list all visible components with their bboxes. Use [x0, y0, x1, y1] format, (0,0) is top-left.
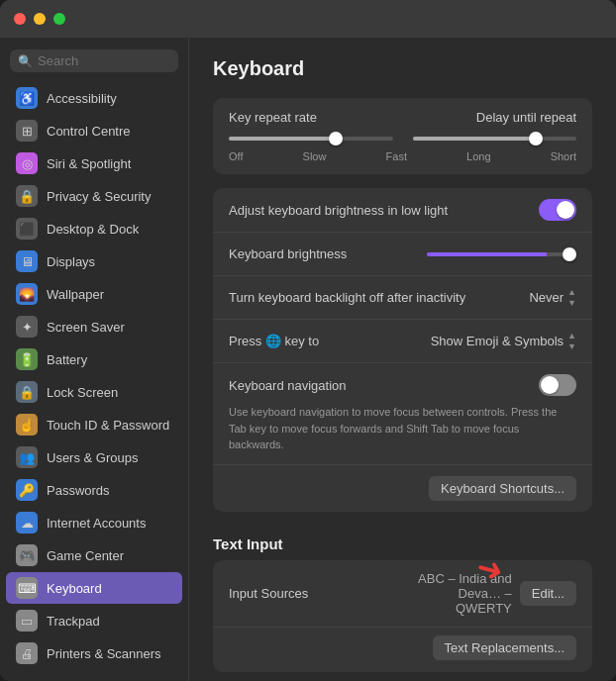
- page-title: Keyboard: [213, 57, 592, 80]
- press-key-arrows: ▲▼: [567, 331, 576, 351]
- keyboard-nav-row: Keyboard navigation Use keyboard navigat…: [213, 363, 592, 465]
- sidebar-item-internet-accounts[interactable]: ☁Internet Accounts: [6, 507, 182, 538]
- edit-button[interactable]: Edit...: [520, 581, 576, 606]
- input-sources-value: ABC – India and Deva… – QWERTY: [407, 571, 512, 616]
- sidebar-label-touch-id: Touch ID & Password: [47, 418, 169, 433]
- sidebar-label-keyboard: Keyboard: [47, 581, 102, 596]
- brightness-slider[interactable]: [427, 252, 576, 256]
- sidebar-item-passwords[interactable]: 🔑Passwords: [6, 474, 182, 506]
- sidebar-item-touch-id[interactable]: ☝Touch ID & Password: [6, 409, 182, 440]
- brightness-section: Adjust keyboard brightness in low light …: [213, 188, 592, 512]
- backlight-select[interactable]: Never ▲▼: [529, 287, 576, 308]
- main-window: 🔍 ♿Accessibility⊞Control Centre◎Siri & S…: [0, 0, 616, 681]
- adjust-brightness-row: Adjust keyboard brightness in low light: [213, 188, 592, 233]
- maximize-button[interactable]: [53, 13, 65, 25]
- sliders-container: [229, 131, 576, 146]
- sidebar-label-printers-scanners: Printers & Scanners: [47, 646, 161, 661]
- press-key-row: Press 🌐 key to Show Emoji & Symbols ▲▼: [213, 320, 592, 363]
- sidebar-item-battery[interactable]: 🔋Battery: [6, 343, 182, 375]
- sidebar-label-accessibility: Accessibility: [47, 91, 117, 106]
- fast-label: Fast: [386, 150, 407, 162]
- sidebar-icon-desktop-dock: ⬛: [16, 218, 38, 240]
- key-repeat-section: Key repeat rate Delay until repeat: [213, 98, 592, 174]
- sidebar-icon-accessibility: ♿: [16, 87, 38, 109]
- text-replacements-button[interactable]: Text Replacements...: [433, 635, 576, 660]
- sidebar-item-screen-saver[interactable]: ✦Screen Saver: [6, 311, 182, 342]
- sidebar-icon-lock-screen: 🔒: [16, 381, 38, 403]
- sidebar-label-displays: Displays: [47, 254, 95, 269]
- search-bar[interactable]: 🔍: [10, 49, 178, 72]
- backlight-control: Never ▲▼: [465, 287, 576, 308]
- sidebar-label-desktop-dock: Desktop & Dock: [47, 222, 139, 237]
- adjust-brightness-control: [448, 199, 576, 221]
- sidebar-item-privacy-security[interactable]: 🔒Privacy & Security: [6, 180, 182, 212]
- sidebar-icon-printers-scanners: 🖨: [16, 642, 38, 664]
- sidebar-label-privacy-security: Privacy & Security: [47, 189, 151, 204]
- keyboard-nav-toggle[interactable]: [539, 374, 576, 396]
- sidebar-item-wallpaper[interactable]: 🌄Wallpaper: [6, 278, 182, 310]
- content-area: 🔍 ♿Accessibility⊞Control Centre◎Siri & S…: [0, 38, 616, 681]
- delay-label: Delay until repeat: [476, 110, 576, 125]
- delay-slider[interactable]: [413, 131, 577, 146]
- short-label: Short: [551, 150, 576, 162]
- press-key-value: Show Emoji & Symbols: [431, 334, 564, 348]
- sidebar-item-trackpad[interactable]: ▭Trackpad: [6, 605, 182, 636]
- sidebar-label-control-centre: Control Centre: [47, 124, 131, 139]
- sidebar-icon-users-groups: 👥: [16, 446, 38, 468]
- sidebar-icon-touch-id: ☝: [16, 414, 38, 436]
- main-content: Keyboard Key repeat rate Delay until rep…: [188, 38, 616, 681]
- sidebar-icon-displays: 🖥: [16, 250, 38, 272]
- sidebar-item-game-center[interactable]: 🎮Game Center: [6, 539, 182, 571]
- sidebar-item-control-centre[interactable]: ⊞Control Centre: [6, 115, 182, 146]
- keyboard-nav-label: Keyboard navigation: [229, 378, 407, 393]
- brightness-toggle[interactable]: [539, 199, 576, 221]
- sidebar-label-game-center: Game Center: [47, 548, 124, 563]
- sidebar-item-desktop-dock[interactable]: ⬛Desktop & Dock: [6, 213, 182, 244]
- sidebar-icon-passwords: 🔑: [16, 479, 38, 501]
- sidebar-label-lock-screen: Lock Screen: [47, 385, 118, 400]
- slow-label: Slow: [303, 150, 327, 162]
- off-label: Off: [229, 150, 243, 162]
- sidebar-label-internet-accounts: Internet Accounts: [47, 516, 146, 531]
- repeat-rate-slider[interactable]: [229, 131, 393, 146]
- sidebar-label-trackpad: Trackpad: [47, 614, 100, 629]
- sidebar-label-users-groups: Users & Groups: [47, 450, 138, 465]
- long-label: Long: [466, 150, 490, 162]
- text-replacements-row: Text Replacements...: [213, 628, 592, 672]
- sidebar-item-lock-screen[interactable]: 🔒Lock Screen: [6, 376, 182, 408]
- brightness-row: Keyboard brightness: [213, 233, 592, 276]
- search-input[interactable]: [38, 53, 170, 68]
- backlight-label: Turn keyboard backlight off after inacti…: [229, 290, 465, 305]
- input-sources-row: Input Sources ABC – India and Deva… – QW…: [213, 560, 592, 628]
- keyboard-shortcuts-button[interactable]: Keyboard Shortcuts...: [429, 476, 576, 501]
- sidebar-label-passwords: Passwords: [47, 483, 110, 498]
- key-repeat-label: Key repeat rate: [229, 110, 407, 125]
- sidebar: 🔍 ♿Accessibility⊞Control Centre◎Siri & S…: [0, 38, 188, 681]
- press-key-select[interactable]: Show Emoji & Symbols ▲▼: [431, 331, 576, 351]
- backlight-value: Never: [529, 290, 564, 305]
- shortcuts-row: Keyboard Shortcuts...: [213, 465, 592, 512]
- sidebar-item-users-groups[interactable]: 👥Users & Groups: [6, 441, 182, 473]
- minimize-button[interactable]: [34, 13, 46, 25]
- sidebar-item-siri-spotlight[interactable]: ◎Siri & Spotlight: [6, 147, 182, 179]
- keyboard-nav-desc: Use keyboard navigation to move focus be…: [229, 404, 565, 453]
- input-sources-label: Input Sources: [229, 586, 407, 601]
- sidebar-label-screen-saver: Screen Saver: [47, 320, 125, 335]
- sidebar-icon-internet-accounts: ☁: [16, 512, 38, 534]
- sidebar-label-battery: Battery: [47, 352, 87, 367]
- close-button[interactable]: [14, 13, 26, 25]
- text-input-title: Text Input: [213, 526, 592, 560]
- sidebar-icon-siri-spotlight: ◎: [16, 152, 38, 174]
- press-key-control: Show Emoji & Symbols ▲▼: [407, 331, 576, 351]
- backlight-arrows: ▲▼: [567, 287, 576, 308]
- sidebar-icon-screen-saver: ✦: [16, 316, 38, 338]
- brightness-label: Keyboard brightness: [229, 246, 407, 261]
- sidebar-item-printers-scanners[interactable]: 🖨Printers & Scanners: [6, 637, 182, 669]
- text-input-section: Text Input Input Sources ABC – India and…: [213, 526, 592, 672]
- sidebar-icon-keyboard: ⌨: [16, 577, 38, 599]
- sidebar-item-accessibility[interactable]: ♿Accessibility: [6, 82, 182, 114]
- sidebar-item-displays[interactable]: 🖥Displays: [6, 245, 182, 277]
- input-sources-section: Input Sources ABC – India and Deva… – QW…: [213, 560, 592, 672]
- brightness-slider-control[interactable]: [407, 252, 576, 256]
- sidebar-item-keyboard[interactable]: ⌨Keyboard: [6, 572, 182, 604]
